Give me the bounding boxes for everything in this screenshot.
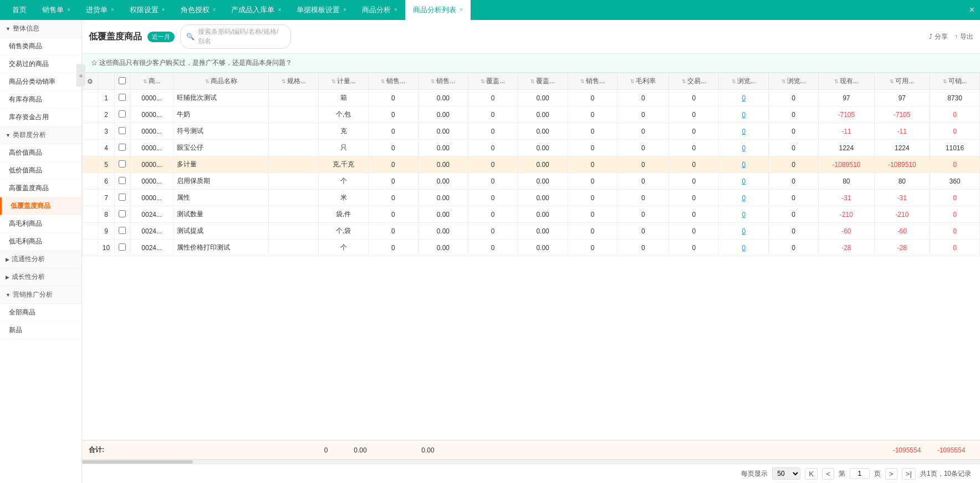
page-size-select[interactable]: 50 20 100 xyxy=(772,467,800,480)
checkbox-col-header[interactable] xyxy=(115,73,130,90)
table-row: 40000...眼宝公仔只00.0000.0000000122412241101… xyxy=(83,140,980,156)
sidebar-item-库存资金占用[interactable]: 库存资金占用 xyxy=(0,109,81,126)
row-checkbox[interactable] xyxy=(119,127,126,134)
cover1-col-header[interactable]: ⇅覆盖... xyxy=(468,73,518,90)
nav-close-icon[interactable]: × xyxy=(213,0,216,20)
row-checkbox[interactable] xyxy=(119,177,126,184)
chevron-icon: ▼ xyxy=(6,133,11,138)
row-checkbox[interactable] xyxy=(119,194,126,201)
window-close-button[interactable]: × xyxy=(969,5,974,15)
sidebar-section-成长性分析[interactable]: ▶成长性分析 xyxy=(0,268,81,286)
sidebar-item-低覆盖度商品[interactable]: 低覆盖度商品 xyxy=(0,197,81,215)
table-scroll-wrapper[interactable]: ⚙ ⇅商... ⇅商品名称 ⇅规格... ⇅计量... ⇅销售... ⇅销售. xyxy=(82,73,980,440)
browse1-col-header[interactable]: ⇅浏览... xyxy=(719,73,769,90)
nav-close-icon[interactable]: × xyxy=(111,0,114,20)
unit-col-header[interactable]: ⇅计量... xyxy=(319,73,369,90)
content-area: 低覆盖度商品 近一月 🔍 搜索条形码/编码/名称/规格/别名 ⤴ 分享 ↑ 导出 xyxy=(82,20,980,483)
nav-close-icon[interactable]: × xyxy=(394,0,397,20)
nav-close-icon[interactable]: × xyxy=(278,0,281,20)
sidebar-item-低价值商品[interactable]: 低价值商品 xyxy=(0,162,81,180)
nav-item-商品分析列表[interactable]: 商品分析列表× xyxy=(405,0,471,20)
sidebar-item-低毛利商品[interactable]: 低毛利商品 xyxy=(0,233,81,251)
sidebar-item-有库存商品[interactable]: 有库存商品 xyxy=(0,91,81,109)
row-checkbox[interactable] xyxy=(119,210,126,217)
settings-icon[interactable]: ⚙ xyxy=(87,78,93,85)
sales1-col-header[interactable]: ⇅销售... xyxy=(368,73,418,90)
table-row: 100024...属性价格打印测试个00.0000.0000000-28-280 xyxy=(83,240,980,256)
nav-item-进货单[interactable]: 进货单× xyxy=(78,0,122,20)
sales3-col-header[interactable]: ⇅销售... xyxy=(568,73,617,90)
table-row: 80024...测试数量袋,件00.0000.0000000-210-2100 xyxy=(83,206,980,223)
spec-col-header[interactable]: ⇅规格... xyxy=(269,73,319,90)
table-row: 90024...测试提成个,袋00.0000.0000000-60-600 xyxy=(83,223,980,240)
row-checkbox[interactable] xyxy=(119,144,126,151)
sidebar-section-整体信息[interactable]: ▼整体信息 xyxy=(0,20,81,38)
export-icon: ↑ xyxy=(955,33,958,40)
row-checkbox[interactable] xyxy=(119,160,126,167)
sidebar-item-商品分类动销率[interactable]: 商品分类动销率 xyxy=(0,73,81,91)
code-col-header[interactable]: ⇅商... xyxy=(130,73,173,90)
sidebar-section-label: 成长性分析 xyxy=(12,272,45,282)
chevron-icon: ▶ xyxy=(6,274,9,280)
row-checkbox[interactable] xyxy=(119,243,126,251)
stock1-col-header[interactable]: ⇅现有... xyxy=(819,73,874,90)
nav-item-权限设置[interactable]: 权限设置× xyxy=(122,0,173,20)
sidebar-section-营销推广分析[interactable]: ▼营销推广分析 xyxy=(0,286,81,304)
nav-item-产成品入库单[interactable]: 产成品入库单× xyxy=(223,0,289,20)
period-badge[interactable]: 近一月 xyxy=(147,32,175,42)
name-col-header[interactable]: ⇅商品名称 xyxy=(173,73,269,90)
nav-close-icon[interactable]: × xyxy=(67,0,70,20)
trade-col-header[interactable]: ⇅交易... xyxy=(669,73,719,90)
chevron-icon: ▼ xyxy=(6,26,11,32)
sellable-col-header[interactable]: ⇅可销... xyxy=(930,73,980,90)
nav-item-单据模板设置[interactable]: 单据模板设置× xyxy=(289,0,354,20)
chevron-icon: ▶ xyxy=(6,257,9,262)
cover2-col-header[interactable]: ⇅覆盖... xyxy=(518,73,568,90)
nav-item-角色授权[interactable]: 角色授权× xyxy=(173,0,224,20)
share-button[interactable]: ⤴ 分享 xyxy=(929,32,948,42)
row-checkbox[interactable] xyxy=(119,110,126,118)
sales2-col-header[interactable]: ⇅销售... xyxy=(418,73,468,90)
table-row: 70000...属性米00.0000.0000000-31-310 xyxy=(83,190,980,206)
horizontal-scrollbar[interactable] xyxy=(82,459,980,464)
no-col-header xyxy=(98,73,115,90)
sidebar-item-高覆盖度商品[interactable]: 高覆盖度商品 xyxy=(0,180,81,197)
sidebar-item-高价值商品[interactable]: 高价值商品 xyxy=(0,144,81,162)
search-box[interactable]: 🔍 搜索条形码/编码/名称/规格/别名 xyxy=(180,24,291,49)
sidebar-item-新品[interactable]: 新品 xyxy=(0,322,81,339)
browse2-col-header[interactable]: ⇅浏览... xyxy=(769,73,819,90)
sidebar-section-流通性分析[interactable]: ▶流通性分析 xyxy=(0,251,81,268)
sidebar-section-label: 流通性分析 xyxy=(12,255,45,264)
sidebar-section-label: 营销推广分析 xyxy=(13,290,53,299)
current-page-input[interactable] xyxy=(850,468,870,479)
row-checkbox[interactable] xyxy=(119,227,126,234)
sidebar-section-类群度分析[interactable]: ▼类群度分析 xyxy=(0,126,81,144)
stock2-col-header[interactable]: ⇅可用... xyxy=(874,73,930,90)
row-checkbox[interactable] xyxy=(119,94,126,101)
sidebar-item-高毛利商品[interactable]: 高毛利商品 xyxy=(0,215,81,233)
last-page-button[interactable]: >| xyxy=(902,468,916,480)
nav-item-销售单[interactable]: 销售单× xyxy=(34,0,78,20)
summary-stock2: -1095554 xyxy=(929,446,973,454)
export-button[interactable]: ↑ 导出 xyxy=(955,32,973,42)
content-header: 低覆盖度商品 近一月 🔍 搜索条形码/编码/名称/规格/别名 ⤴ 分享 ↑ 导出 xyxy=(82,20,980,54)
chevron-icon: ▼ xyxy=(6,292,11,298)
search-icon: 🔍 xyxy=(186,33,195,40)
nav-close-icon[interactable]: × xyxy=(162,0,165,20)
nav-close-icon[interactable]: × xyxy=(460,0,463,20)
first-page-button[interactable]: K xyxy=(805,468,818,480)
nav-item-商品分析[interactable]: 商品分析× xyxy=(354,0,405,20)
next-page-button[interactable]: > xyxy=(885,468,897,480)
select-all-checkbox[interactable] xyxy=(119,77,126,84)
sidebar: ▼整体信息销售类商品交易过的商品商品分类动销率有库存商品库存资金占用▼类群度分析… xyxy=(0,20,82,483)
sidebar-item-销售类商品[interactable]: 销售类商品 xyxy=(0,38,81,55)
sidebar-collapse-button[interactable]: « xyxy=(76,64,85,87)
prev-page-button[interactable]: < xyxy=(822,468,834,480)
pagination-bar: 每页显示 50 20 100 K < 第 页 > >| 共1页，10条记录 xyxy=(82,464,980,483)
nav-close-icon[interactable]: × xyxy=(343,0,346,20)
summary-row: 合计: 0 0.00 0.00 -1095554 -1095554 xyxy=(82,440,980,459)
sidebar-item-交易过的商品[interactable]: 交易过的商品 xyxy=(0,55,81,73)
nav-item-首页[interactable]: 首页 xyxy=(4,0,34,20)
profit-col-header[interactable]: ⇅毛利率 xyxy=(617,73,669,90)
sidebar-item-全部商品[interactable]: 全部商品 xyxy=(0,304,81,322)
